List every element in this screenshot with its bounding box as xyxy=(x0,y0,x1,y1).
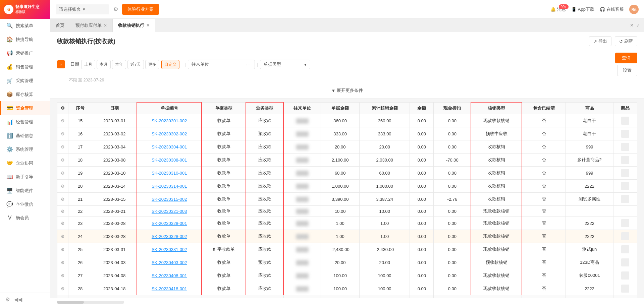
date-btn-更多[interactable]: 更多 xyxy=(145,60,159,69)
sidebar-item-member[interactable]: V畅会员 xyxy=(0,211,50,225)
row-gear-icon: ⚙ xyxy=(57,217,68,230)
settings-icon[interactable]: ⚙ xyxy=(5,296,10,303)
row-include-settled: 否 xyxy=(522,193,566,206)
online-service-btn[interactable]: 🎧 在线客服 xyxy=(600,6,624,12)
row-unit: ████ xyxy=(283,127,321,140)
account-selector-text: 请选择账套 xyxy=(59,6,81,12)
row-cancel-type: 现款收款核销 xyxy=(471,217,522,230)
filter-bar: » 日期 上月本月本年近7天更多 自定义 | 往来单位 ··· | 单据类型 xyxy=(50,49,644,99)
user-avatar[interactable]: Rit xyxy=(629,5,639,14)
sidebar-item-sales[interactable]: 💰销售管理 xyxy=(0,60,50,74)
row-goods-img xyxy=(613,269,637,282)
row-bill-no[interactable]: SK-20230308-001 xyxy=(137,154,202,167)
row-goods-img xyxy=(613,217,637,230)
notifications-btn[interactable]: 🔔 消息 99+ xyxy=(550,6,566,12)
bill-no-link[interactable]: SK-20230408-001 xyxy=(152,273,187,278)
account-selector[interactable]: 请选择账套 ▾ xyxy=(56,4,109,14)
expand-filters-btn[interactable]: ▼ 展开更多条件 xyxy=(57,86,637,95)
query-button[interactable]: 查询 xyxy=(615,53,637,63)
row-goods: 2222 xyxy=(566,217,613,230)
row-bill-no[interactable]: SK-20230328-002 xyxy=(137,230,202,243)
mobile-icon: 📱 xyxy=(571,7,577,12)
sidebar-item-purchase[interactable]: 🛒采购管理 xyxy=(0,74,50,87)
sidebar-item-wechat[interactable]: 💬企业微信 xyxy=(0,197,50,211)
row-cash-discount: 0.00 xyxy=(434,243,471,256)
date-btn-本月[interactable]: 本月 xyxy=(97,60,111,69)
sidebar-icon-wechat: 💬 xyxy=(6,201,13,207)
sidebar-item-inventory[interactable]: 📦库存核算 xyxy=(0,87,50,101)
date-btn-上月[interactable]: 上月 xyxy=(81,60,95,69)
col-header-cash_discount: 现金折扣 xyxy=(434,102,471,114)
bill-no-link[interactable]: SK-20230302-002 xyxy=(152,131,187,136)
filter-toggle-btn[interactable]: » xyxy=(57,60,65,68)
bill-no-link[interactable]: SK-20230403-002 xyxy=(152,260,187,265)
collapse-icon[interactable]: ◀◀ xyxy=(14,296,22,303)
horizontal-scrollbar[interactable] xyxy=(57,301,124,304)
tab-collection[interactable]: 收款核销执行✕ xyxy=(113,19,155,32)
bill-no-link[interactable]: SK-20230328-002 xyxy=(152,234,187,239)
row-bill-no[interactable]: SK-20230314-001 xyxy=(137,180,202,193)
row-unit: ████ xyxy=(283,114,321,127)
sidebar-item-quick[interactable]: 🏠快捷导航 xyxy=(0,33,50,46)
row-bill-no[interactable]: SK-20230403-002 xyxy=(137,256,202,269)
bill-no-link[interactable]: SK-20230304-001 xyxy=(152,144,187,149)
custom-date-btn[interactable]: 自定义 xyxy=(161,60,179,69)
row-bill-no[interactable]: SK-20230328-001 xyxy=(137,217,202,230)
bill-no-link[interactable]: SK-20230310-001 xyxy=(152,171,187,176)
row-date: 2023-03-28 xyxy=(92,230,137,243)
bill-no-link[interactable]: SK-20230331-002 xyxy=(152,247,187,252)
row-bill-no[interactable]: SK-20230418-001 xyxy=(137,282,202,295)
solution-button[interactable]: 体验行业方案 xyxy=(122,4,159,15)
bill-no-link[interactable]: SK-20230314-001 xyxy=(152,184,187,189)
sidebar-item-marketing[interactable]: 📢营销推广 xyxy=(0,46,50,60)
row-bill-no[interactable]: SK-20230304-001 xyxy=(137,140,202,154)
sidebar-item-hardware[interactable]: 🖥️智能硬件 xyxy=(0,184,50,197)
sidebar-item-corp[interactable]: 🤝企业协同 xyxy=(0,156,50,170)
sidebar-item-guide[interactable]: 📖新手引导 xyxy=(0,170,50,184)
tab-close-prepay[interactable]: ✕ xyxy=(104,23,107,28)
sidebar-item-finance[interactable]: 💳资金管理 xyxy=(0,101,50,115)
tab-label-collection: 收款核销执行 xyxy=(118,22,144,28)
row-bill-no[interactable]: SK-20230310-001 xyxy=(137,167,202,180)
filter-settings-button[interactable]: 设置 xyxy=(617,65,637,76)
sidebar-item-ops[interactable]: 📊经营管理 xyxy=(0,115,50,129)
tab-prepay[interactable]: 预付款应付单✕ xyxy=(70,19,113,32)
col-header-gear: ⚙ xyxy=(57,102,68,114)
bill-no-link[interactable]: SK-20230321-003 xyxy=(152,209,187,214)
unit-filter-input[interactable]: 往来单位 ··· xyxy=(188,60,255,69)
refresh-button[interactable]: ↺ 刷新 xyxy=(615,36,637,46)
sidebar-item-basic[interactable]: ℹ️基础信息 xyxy=(0,129,50,142)
topbar-gear-icon[interactable]: ⚙ xyxy=(113,6,118,12)
bill-no-link[interactable]: SK-20230418-001 xyxy=(152,286,187,291)
row-bill-no[interactable]: SK-20230321-003 xyxy=(137,206,202,217)
bill-no-link[interactable]: SK-20230328-001 xyxy=(152,221,187,226)
bill-no-link[interactable]: SK-20230308-001 xyxy=(152,158,187,163)
row-bill-no[interactable]: SK-20230331-002 xyxy=(137,243,202,256)
tab-close-collection[interactable]: ✕ xyxy=(146,23,150,28)
bill-no-link[interactable]: SK-20230301-002 xyxy=(152,118,187,123)
sidebar-label-hardware: 智能硬件 xyxy=(16,188,33,194)
sidebar-item-search[interactable]: 🔍搜索菜单 xyxy=(0,19,50,33)
row-bill-no[interactable]: SK-20230408-001 xyxy=(137,269,202,282)
row-bill-no[interactable]: SK-20230302-002 xyxy=(137,127,202,140)
tab-home[interactable]: 首页 xyxy=(50,19,70,32)
row-date: 2023-03-01 xyxy=(92,114,137,127)
row-bill-no[interactable]: SK-20230301-002 xyxy=(137,114,202,127)
row-include-settled: 否 xyxy=(522,217,566,230)
date-btn-近7天[interactable]: 近7天 xyxy=(127,60,144,69)
export-button[interactable]: ↗ 导出 xyxy=(589,36,611,46)
row-cancel-type: 收款核销 xyxy=(471,180,522,193)
row-bill-no[interactable]: SK-20230315-002 xyxy=(137,193,202,206)
bill-no-link[interactable]: SK-20230315-002 xyxy=(152,197,187,202)
close-all-icon[interactable]: ✕ xyxy=(630,23,634,28)
date-btn-本年[interactable]: 本年 xyxy=(112,60,126,69)
row-biz-type: 应收款 xyxy=(246,140,283,154)
bill-type-select[interactable]: 单据类型 ▾ xyxy=(260,60,310,69)
maximize-icon[interactable]: ⤢ xyxy=(636,23,640,28)
row-unit: ████ xyxy=(283,230,321,243)
row-amount: 360.00 xyxy=(321,114,360,127)
row-gear-icon: ⚙ xyxy=(57,206,68,217)
app-download-btn[interactable]: 📱 App下载 xyxy=(571,6,594,12)
sidebar-item-system[interactable]: ⚙️系统管理 xyxy=(0,142,50,156)
sidebar-label-member: 畅会员 xyxy=(16,215,29,221)
